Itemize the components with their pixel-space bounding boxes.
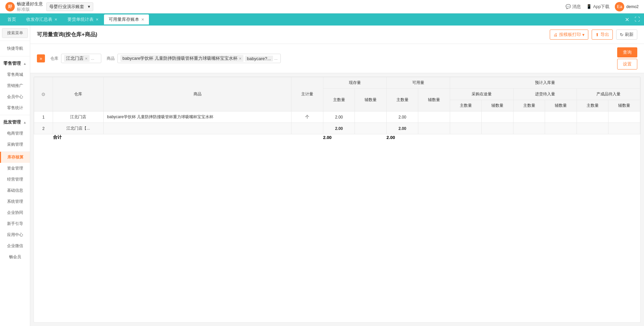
sidebar-item-marketing[interactable]: 营销推广 [0, 80, 30, 91]
th-unit: 主计量 [291, 77, 323, 111]
sidebar-section-wholesale-header[interactable]: 批发管理 ▲ [0, 117, 30, 128]
row-2-product [104, 123, 291, 134]
template-print-btn[interactable]: 🖨 按模板打印 ▾ [550, 30, 588, 40]
filter-actions: 查询 设置 [617, 47, 637, 69]
sidebar-item-retail-stats[interactable]: 零售统计 [0, 102, 30, 113]
footer-purchase-transit-aux [482, 134, 514, 141]
print-icon: 🖨 [553, 32, 558, 37]
th-production-aux: 辅数量 [608, 100, 640, 111]
export-btn[interactable]: ⬆ 导出 [592, 30, 613, 40]
column-settings-icon[interactable]: ⚙ [41, 92, 46, 97]
tab-order-stats[interactable]: 要货单统计表 ✕ [63, 14, 103, 25]
sidebar-item-enterprise[interactable]: 企业协同 [0, 207, 30, 218]
product-more[interactable]: ... [274, 56, 278, 61]
sidebar-item-member[interactable]: 会员中心 [0, 91, 30, 102]
table-row: 2 江北门店【... 2.00 2.00 [34, 123, 640, 134]
row-1-current-main: 2.00 [323, 111, 355, 123]
sidebar-item-inventory[interactable]: 库存核算 [0, 152, 30, 163]
app-download-btn[interactable]: 📱 App下载 [586, 4, 609, 10]
th-production-main: 主数量 [577, 100, 608, 111]
sidebar-item-ecommerce[interactable]: 电商管理 [0, 128, 30, 139]
sidebar-item-wechat[interactable]: 企业微信 [0, 240, 30, 251]
row-1-incoming-aux [545, 111, 577, 123]
footer-production-aux [608, 134, 640, 141]
sidebar-item-retail-mall[interactable]: 零售商城 [0, 69, 30, 80]
data-table: ⚙ 仓库 商品 主计量 现存量 可用量 预计入库量 主数量 辅数量 主数量 辅数… [34, 77, 640, 140]
sidebar-section-retail-header[interactable]: 零售管理 ▲ [0, 58, 30, 69]
th-available-group: 可用量 [386, 77, 450, 89]
footer-current-main: 2.00 [323, 134, 355, 141]
th-warehouse: 仓库 [53, 77, 104, 111]
filter-section: » 仓库 江北门店 ✕ ... 商品 babycare学饮杯 儿童防摔防撞吸管杯… [30, 44, 644, 73]
row-2-incoming-aux [545, 123, 577, 134]
user-area[interactable]: Ea demo2 [615, 2, 639, 11]
sidebar-item-vip[interactable]: 畅会员 [0, 251, 30, 263]
th-planned-in-group: 预计入库量 [450, 77, 640, 89]
sidebar-section-wholesale: 批发管理 ▲ 电商管理 采购管理 [0, 115, 30, 152]
product-tag-1-close[interactable]: ✕ [239, 57, 241, 60]
message-btn[interactable]: 💬 消息 [566, 4, 581, 10]
sidebar-item-app-center[interactable]: 应用中心 [0, 229, 30, 240]
search-btn[interactable]: 查询 [617, 47, 637, 57]
row-2-current-main: 2.00 [323, 123, 355, 134]
footer-incoming-aux [545, 134, 577, 141]
tab-home[interactable]: 首页 [3, 14, 21, 25]
footer-available-main: 2.00 [386, 134, 418, 141]
search-menu-btn[interactable]: 搜索菜单 [2, 28, 28, 38]
sidebar-item-business[interactable]: 经营管理 [0, 174, 30, 185]
th-incoming-main: 主数量 [513, 100, 545, 111]
close-available-stock-icon[interactable]: ✕ [141, 17, 144, 22]
row-2-available-main: 2.00 [386, 123, 418, 134]
row-1-available-aux [418, 111, 450, 123]
warehouse-tag-close[interactable]: ✕ [85, 57, 88, 60]
th-available-aux: 辅数量 [418, 89, 450, 111]
tab-available-stock[interactable]: 可用量库存账本 ✕ [104, 14, 149, 25]
sidebar-item-basic-info[interactable]: 基础信息 [0, 185, 30, 196]
th-incoming-group: 进货待入量 [513, 89, 577, 100]
footer-incoming-main [513, 134, 545, 141]
sidebar-item-quick-nav[interactable]: 快捷导航 [0, 43, 30, 54]
warehouse-more[interactable]: ... [91, 56, 94, 61]
page-actions: 🖨 按模板打印 ▾ ⬆ 导出 ↻ 刷新 [550, 30, 637, 40]
sidebar-search: 搜索菜单 [0, 26, 30, 41]
logo-icon: 好 [5, 2, 15, 11]
filter-warehouse-group: 仓库 江北门店 ✕ ... [50, 54, 101, 63]
main-layout: 搜索菜单 快捷导航 零售管理 ▲ 零售商城 营销推广 会员中心 零售统计 批发管… [0, 26, 644, 326]
industry-select[interactable]: 母婴行业演示账套 ▾ [46, 2, 93, 11]
top-bar-right: 💬 消息 📱 App下载 Ea demo2 [566, 2, 639, 11]
footer-production-main [577, 134, 608, 141]
expand-icon[interactable]: ⛶ [633, 15, 641, 24]
sidebar-section-retail: 零售管理 ▲ 零售商城 营销推广 会员中心 零售统计 [0, 56, 30, 115]
user-name[interactable]: demo2 [626, 4, 639, 9]
refresh-btn[interactable]: ↻ 刷新 [616, 30, 637, 40]
tab-summary[interactable]: 收发存汇总表 ✕ [21, 14, 62, 25]
close-order-stats-icon[interactable]: ✕ [96, 17, 99, 22]
settings-filter-btn[interactable]: 设置 [617, 59, 637, 69]
page-title: 可用量查询(按仓库+商品) [37, 31, 97, 38]
sidebar-item-system[interactable]: 系统管理 [0, 196, 30, 207]
export-icon: ⬆ [595, 32, 599, 37]
row-2-production-main [577, 123, 608, 134]
product-input[interactable]: babycare学饮杯 儿童防摔防撞吸管杯重力球吸嘴杯宝宝水杯 ✕ babyca… [117, 54, 281, 63]
th-incoming-aux: 辅数量 [545, 100, 577, 111]
sidebar-item-finance[interactable]: 资金管理 [0, 163, 30, 174]
filter-toggle-btn[interactable]: » [37, 54, 45, 62]
close-all-icon[interactable]: ✕ [624, 15, 631, 24]
row-1-unit: 个 [291, 111, 323, 123]
th-available-main: 主数量 [386, 89, 418, 111]
sidebar-item-guide[interactable]: 新手引导 [0, 218, 30, 229]
app-icon: 📱 [586, 4, 592, 9]
sidebar-item-purchase[interactable]: 采购管理 [0, 139, 30, 150]
footer-available-aux [418, 134, 450, 141]
warehouse-input[interactable]: 江北门店 ✕ ... [61, 54, 101, 63]
row-1-purchase-transit-main [450, 111, 482, 123]
th-current-stock-group: 现存量 [323, 77, 386, 89]
row-2-index: 2 [34, 123, 53, 134]
row-2-production-aux [608, 123, 640, 134]
close-summary-icon[interactable]: ✕ [54, 17, 57, 22]
chevron-down-icon: ▾ [582, 32, 585, 37]
th-product: 商品 [104, 77, 291, 111]
top-bar-left: 好 畅捷通好生意 标准版 母婴行业演示账套 ▾ [5, 1, 93, 12]
sidebar-quick-nav: 快捷导航 [0, 41, 30, 56]
row-1-index: 1 [34, 111, 53, 123]
